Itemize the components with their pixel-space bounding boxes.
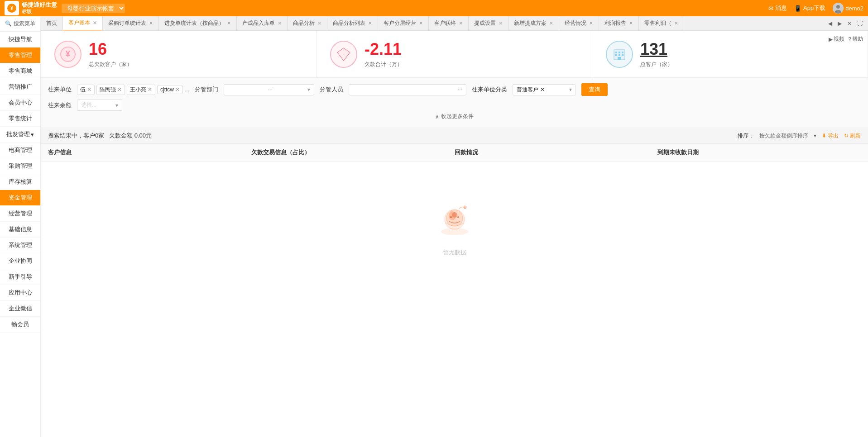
app-download-btn[interactable]: 📱 App下载 — [794, 4, 825, 12]
filter-row-2: 往来余额 选择... ▾ — [48, 100, 861, 111]
tab-purchase-order[interactable]: 采购订单统计表 ✕ — [103, 16, 159, 31]
tab-close-all[interactable]: ✕ — [845, 19, 854, 28]
close-tab-profit-report[interactable]: ✕ — [629, 20, 633, 26]
export-btn[interactable]: ⬇ 导出 — [822, 132, 839, 140]
sidebar-item-enterprise[interactable]: 企业协同 — [0, 253, 40, 269]
tab-product-analysis[interactable]: 商品分析 ✕ — [288, 16, 327, 31]
tab-production-in[interactable]: 产成品入库单 ✕ — [237, 16, 288, 31]
sidebar-item-ecommerce[interactable]: 电商管理 — [0, 142, 40, 158]
tab-new-commission[interactable]: 新增提成方案 ✕ — [508, 16, 559, 31]
close-tab-operations[interactable]: ✕ — [589, 20, 593, 26]
tab-prev-arrow[interactable]: ◀ — [826, 19, 834, 28]
remove-tag-cjttcw[interactable]: ✕ — [175, 86, 180, 93]
filter-tag-0: 伍 ✕ — [77, 85, 95, 95]
close-tab-product-analysis-list[interactable]: ✕ — [368, 20, 372, 26]
top-bar: ¥ 畅捷通好生意 标版 母婴行业演示帐套 ✉ 消息 📱 App下载 — [0, 0, 868, 16]
message-btn[interactable]: ✉ 消息 — [768, 4, 787, 12]
svg-rect-12 — [622, 52, 623, 53]
tab-product-analysis-list[interactable]: 商品分析列表 ✕ — [327, 16, 378, 31]
close-tab-customer-tier[interactable]: ✕ — [419, 20, 423, 26]
branch-dept-more[interactable]: ··· — [268, 86, 273, 93]
remove-tag-chenminqiang[interactable]: ✕ — [117, 86, 122, 93]
search-result-actions: 排序： 按欠款金额倒序排序 ▾ ⬇ 导出 ↻ 刷新 — [738, 132, 861, 140]
sidebar-item-member-center[interactable]: 会员中心 — [0, 95, 40, 111]
remain-amt-placeholder: 选择... — [81, 101, 96, 109]
sidebar-item-member[interactable]: 畅会员 — [0, 317, 40, 332]
empty-text: 暂无数据 — [443, 248, 466, 256]
close-tab-product-analysis[interactable]: ✕ — [317, 20, 321, 26]
sidebar-item-inventory[interactable]: 库存核算 — [0, 174, 40, 190]
remove-unit-class[interactable]: ✕ — [540, 86, 545, 93]
sidebar-item-system[interactable]: 系统管理 — [0, 238, 40, 253]
remove-tag-wu[interactable]: ✕ — [87, 86, 91, 93]
query-button[interactable]: 查询 — [581, 83, 608, 96]
branch-dept-select[interactable]: ··· ▾ — [224, 84, 314, 95]
sidebar-item-operations[interactable]: 经营管理 — [0, 206, 40, 222]
col-debt-info: 欠款交易信息（占比） — [251, 148, 455, 157]
sidebar-item-app-center[interactable]: 应用中心 — [0, 285, 40, 301]
money-circle-icon: ¥ — [54, 41, 82, 68]
sidebar-item-retail-stats[interactable]: 零售统计 — [0, 111, 40, 127]
sidebar-item-wechat[interactable]: 企业微信 — [0, 301, 40, 317]
remain-amt-select[interactable]: 选择... ▾ — [77, 100, 122, 111]
sidebar-item-marketing[interactable]: 营销推广 — [0, 79, 40, 95]
refresh-label: 刷新 — [850, 132, 861, 140]
search-menu-btn[interactable]: 🔍 搜索菜单 — [0, 16, 40, 32]
tab-expand[interactable]: ⛶ — [855, 19, 864, 28]
tab-retail-profit[interactable]: 零售利润（ ✕ — [639, 16, 684, 31]
summary-cards: ¥ 16 总欠款客户（家） — [41, 31, 868, 78]
tab-commission-settings[interactable]: 提成设置 ✕ — [469, 16, 508, 31]
tab-customer-account[interactable]: 客户账本 ✕ — [63, 16, 103, 31]
sidebar-item-purchase[interactable]: 采购管理 — [0, 158, 40, 174]
tab-profit-report[interactable]: 利润报告 ✕ — [599, 16, 639, 31]
close-tab-production-in[interactable]: ✕ — [278, 20, 282, 26]
tab-next-arrow[interactable]: ▶ — [836, 19, 844, 28]
close-tab-customer-account[interactable]: ✕ — [93, 20, 97, 26]
remain-amt-arrow: ▾ — [115, 102, 118, 109]
branch-person-value — [353, 86, 358, 94]
close-tab-retail-profit[interactable]: ✕ — [674, 20, 678, 26]
svg-rect-10 — [615, 52, 617, 53]
sort-value: 按欠款金额倒序排序 — [759, 132, 808, 140]
close-tab-inbound-stats[interactable]: ✕ — [227, 20, 231, 26]
branch-person-select[interactable]: ··· — [349, 84, 466, 95]
remove-tag-wangxiaoliang[interactable]: ✕ — [148, 86, 152, 93]
sort-label: 排序： — [738, 132, 754, 140]
tab-inbound-stats[interactable]: 进货单统计表（按商品） ✕ — [159, 16, 237, 31]
tab-customer-tier[interactable]: 客户分层经营 ✕ — [378, 16, 429, 31]
unit-class-select[interactable]: 普通客户 ✕ ▾ — [513, 84, 576, 95]
video-btn[interactable]: ▶ 视频 — [829, 35, 844, 43]
sidebar-item-quick-nav[interactable]: 快捷导航 — [0, 32, 40, 48]
filter-more-tags[interactable]: ... — [185, 86, 189, 93]
sidebar-item-basic-info[interactable]: 基础信息 — [0, 222, 40, 238]
summary-card-right-total-debt: -2.11 欠款合计（万） — [364, 40, 403, 68]
close-tab-commission-settings[interactable]: ✕ — [499, 20, 503, 26]
summary-card-right-debt-customers: 16 总欠款客户（家） — [89, 40, 132, 68]
total-customers-value[interactable]: 131 — [640, 40, 673, 59]
close-tab-new-commission[interactable]: ✕ — [549, 20, 553, 26]
filter-tag-2: 王小亮 ✕ — [127, 85, 155, 95]
sidebar-item-retail-mall[interactable]: 零售商城 — [0, 63, 40, 79]
help-btn[interactable]: ? 帮助 — [848, 35, 863, 43]
table-body: 暂无数据 — [41, 162, 868, 293]
sidebar-item-finance[interactable]: 资金管理 — [0, 190, 40, 206]
branch-dept-value — [228, 86, 233, 94]
tab-customer-contact[interactable]: 客户联络 ✕ — [429, 16, 469, 31]
account-select[interactable]: 母婴行业演示帐套 — [62, 4, 125, 13]
app-container: ¥ 畅捷通好生意 标版 母婴行业演示帐套 ✉ 消息 📱 App下载 — [0, 0, 868, 437]
user-btn[interactable]: demo2 — [833, 3, 863, 14]
sidebar-item-wholesale[interactable]: 批发管理 ▾ — [0, 127, 40, 142]
tab-home[interactable]: 首页 — [41, 16, 63, 31]
close-tab-purchase-order[interactable]: ✕ — [149, 20, 153, 26]
sort-arrow[interactable]: ▾ — [814, 133, 816, 139]
branch-person-more[interactable]: ··· — [458, 86, 462, 93]
collapse-more-btn[interactable]: ∧ 收起更多条件 — [48, 111, 861, 122]
tab-operations[interactable]: 经营情况 ✕ — [559, 16, 599, 31]
refresh-btn[interactable]: ↻ 刷新 — [844, 132, 861, 140]
branch-person-label: 分管人员 — [320, 86, 343, 94]
sidebar-item-retail-manage[interactable]: 零售管理 — [0, 48, 40, 63]
svg-rect-16 — [618, 57, 621, 60]
search-menu-label: 搜索菜单 — [14, 20, 35, 27]
sidebar-item-newbie[interactable]: 新手引导 — [0, 269, 40, 285]
close-tab-customer-contact[interactable]: ✕ — [459, 20, 463, 26]
